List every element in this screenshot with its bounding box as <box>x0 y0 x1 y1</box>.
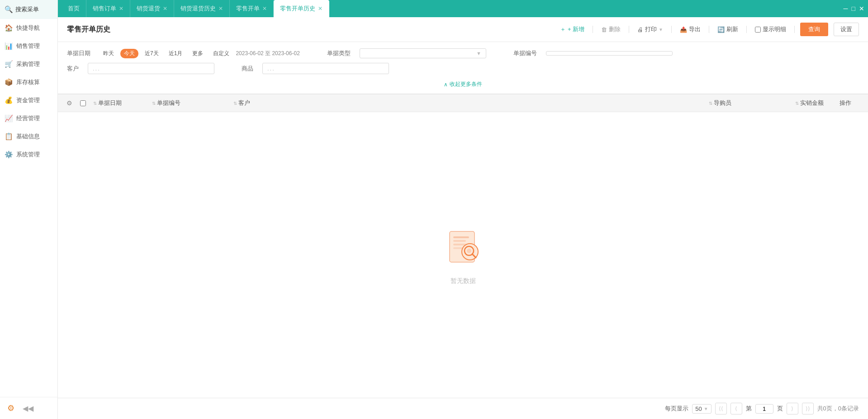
window-close-icon[interactable]: ✕ <box>859 5 864 12</box>
sidebar-item-basic-info[interactable]: 📋 基础信息 <box>0 127 57 146</box>
page-size-dropdown-icon: ▼ <box>704 406 708 411</box>
tab-sales-order-close[interactable]: ✕ <box>119 5 123 12</box>
customer-dots: ... <box>93 65 100 72</box>
display-cols-toggle[interactable]: 显示明细 <box>752 24 789 35</box>
refresh-label: 刷新 <box>726 25 738 33</box>
date-opt-more[interactable]: 更多 <box>189 49 207 58</box>
sidebar-item-finance[interactable]: 💰 资金管理 <box>0 91 57 109</box>
add-icon: ＋ <box>560 25 566 33</box>
date-opt-7days[interactable]: 近7天 <box>141 49 162 58</box>
date-opt-today[interactable]: 今天 <box>120 49 138 58</box>
empty-state: 暂无数据 <box>58 112 868 398</box>
filter-row-2: 客户 ... 商品 ... <box>67 63 859 74</box>
inventory-icon: 📦 <box>5 78 13 86</box>
customer-input[interactable]: ... <box>88 63 214 74</box>
query-button[interactable]: 查询 <box>800 23 828 36</box>
doc-type-select[interactable]: ▼ <box>360 48 486 58</box>
th-customer[interactable]: ⇅ 客户 <box>230 99 705 107</box>
tab-retail-history-close[interactable]: ✕ <box>318 5 323 12</box>
print-label: 打印 <box>645 25 657 33</box>
sidebar-item-inventory[interactable]: 📦 库存核算 <box>0 73 57 91</box>
settings-button[interactable]: 设置 <box>834 23 859 36</box>
tab-sales-return-history-label: 销货退货历史 <box>180 5 216 13</box>
svg-point-8 <box>467 249 471 253</box>
sidebar-item-purchase-mgmt[interactable]: 🛒 采购管理 <box>0 55 57 73</box>
page-last-button[interactable]: ⟩⟩ <box>802 403 814 414</box>
sidebar-item-label: 经营管理 <box>16 114 40 122</box>
sidebar-item-sales-mgmt[interactable]: 📊 销售管理 <box>0 37 57 55</box>
date-opt-1month[interactable]: 近1月 <box>165 49 186 58</box>
date-opt-custom[interactable]: 自定义 <box>209 49 233 58</box>
page-unit: 页 <box>777 405 783 413</box>
page-next-button[interactable]: ⟩ <box>787 403 798 414</box>
th-num[interactable]: ⇅ 单据编号 <box>148 99 230 107</box>
page-prev-button[interactable]: ⟨ <box>730 403 742 414</box>
print-dropdown-icon: ▼ <box>659 27 663 32</box>
window-maximize-icon[interactable]: □ <box>852 5 855 12</box>
th-amount[interactable]: ⇅ 实销金额 <box>773 99 827 107</box>
collapse-filter-row[interactable]: ∧ 收起更多条件 <box>67 79 859 90</box>
page-size-select[interactable]: 50 ▼ <box>692 404 711 414</box>
tab-sales-order[interactable]: 销售订单 ✕ <box>86 0 130 17</box>
window-minimize-icon[interactable]: ─ <box>844 5 848 12</box>
page-number-input[interactable] <box>755 404 773 414</box>
sidebar-item-system-mgmt[interactable]: ⚙️ 系统管理 <box>0 146 57 164</box>
date-range-display: 2023-06-02 至 2023-06-02 <box>236 50 299 57</box>
toolbar-divider-2 <box>629 26 629 33</box>
th-guide[interactable]: ⇅ 导购员 <box>705 99 773 107</box>
empty-illustration <box>441 225 486 270</box>
pagination: 每页显示 50 ▼ ⟨⟨ ⟨ 第 页 ⟩ ⟩⟩ 共0页，0条记录 <box>58 398 868 419</box>
doc-type-label: 单据类型 <box>327 49 351 57</box>
svg-rect-1 <box>453 236 469 238</box>
tab-retail-history[interactable]: 零售开单历史 ✕ <box>274 0 329 17</box>
collapse-icon[interactable]: ◀◀ <box>22 402 34 414</box>
page-size-value: 50 <box>695 405 702 412</box>
filter-area: 单据日期 昨天 今天 近7天 近1月 更多 自定义 2023-06-02 至 2… <box>58 42 868 94</box>
doc-num-label: 单据编号 <box>513 49 537 57</box>
export-icon: 📤 <box>680 26 687 33</box>
finance-icon: 💰 <box>5 96 13 104</box>
settings-gear-icon[interactable]: ⚙ <box>5 402 17 414</box>
sidebar-item-operations[interactable]: 📈 经营管理 <box>0 109 57 127</box>
refresh-button[interactable]: 🔄 刷新 <box>715 24 741 35</box>
tab-retail-open-close[interactable]: ✕ <box>262 5 267 12</box>
purchase-icon: 🛒 <box>5 60 13 68</box>
doc-num-input[interactable] <box>546 51 673 56</box>
th-date[interactable]: ⇅ 单据日期 <box>90 99 148 107</box>
svg-rect-2 <box>453 240 466 242</box>
print-button[interactable]: 🖨 打印 ▼ <box>635 24 666 35</box>
toolbar-divider-3 <box>671 26 672 33</box>
tab-sales-return-close[interactable]: ✕ <box>163 5 167 12</box>
export-button[interactable]: 📤 导出 <box>677 24 703 35</box>
page-total: 共0页，0条记录 <box>817 405 859 413</box>
delete-button[interactable]: 🗑 删除 <box>598 24 623 35</box>
display-cols-checkbox[interactable] <box>755 27 761 33</box>
delete-label: 删除 <box>609 25 621 33</box>
table-header: ⚙ ⇅ 单据日期 ⇅ 单据编号 ⇅ 客户 ⇅ 导购员 ⇅ 实销金额 <box>58 94 868 112</box>
product-label: 商品 <box>242 65 253 73</box>
tabs-right-controls: ─ □ ✕ <box>844 5 864 12</box>
tab-sales-return-history[interactable]: 销货退货历史 ✕ <box>174 0 230 17</box>
empty-text: 暂无数据 <box>451 277 476 285</box>
page-label: 第 <box>746 405 752 413</box>
select-all-checkbox[interactable] <box>80 100 86 106</box>
sales-icon: 📊 <box>5 42 13 50</box>
table-settings-icon[interactable]: ⚙ <box>62 99 76 107</box>
tab-sales-return-history-close[interactable]: ✕ <box>218 5 223 12</box>
date-opt-yesterday[interactable]: 昨天 <box>100 49 118 58</box>
info-icon: 📋 <box>5 132 13 141</box>
page-first-button[interactable]: ⟨⟨ <box>715 403 727 414</box>
add-button[interactable]: ＋ + 新增 <box>557 24 587 35</box>
refresh-icon: 🔄 <box>717 26 725 33</box>
tab-sales-return[interactable]: 销货退货 ✕ <box>130 0 174 17</box>
tab-home[interactable]: 首页 <box>62 0 86 17</box>
sidebar-bottom: ⚙ ◀◀ <box>0 397 57 419</box>
tab-retail-open[interactable]: 零售开单 ✕ <box>230 0 274 17</box>
table-select-all[interactable] <box>76 100 90 106</box>
sidebar-item-quick-nav[interactable]: 🏠 快捷导航 <box>0 19 57 37</box>
product-input[interactable]: ... <box>262 63 389 74</box>
home-icon: 🏠 <box>5 24 13 32</box>
sidebar-item-label: 基础信息 <box>16 132 40 141</box>
sidebar-search[interactable]: 🔍 搜索采单 <box>0 0 57 19</box>
toolbar-divider-4 <box>709 26 709 33</box>
